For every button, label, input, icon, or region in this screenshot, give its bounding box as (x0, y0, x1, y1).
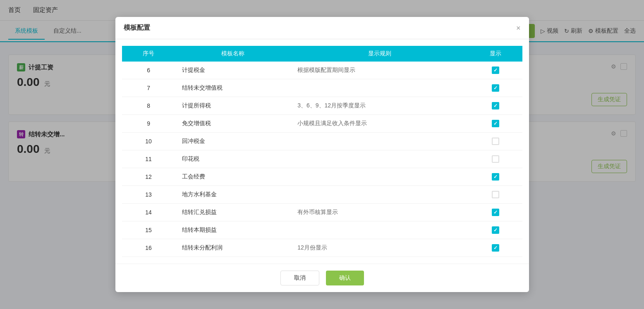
table-row: 9免交增值税小规模且满足收入条件显示 (122, 115, 522, 133)
cell-row-id: 11 (122, 150, 175, 168)
cell-row-id: 16 (122, 239, 175, 257)
cell-row-id: 8 (122, 97, 175, 115)
cell-row-name: 地方水利基金 (175, 186, 291, 204)
modal-title: 模板配置 (124, 24, 150, 32)
cell-row-name: 免交增值税 (175, 115, 291, 133)
cell-row-display (469, 97, 522, 115)
table-row: 11印花税 (122, 150, 522, 168)
checkbox-row-11[interactable] (492, 155, 499, 163)
cell-row-name: 工会经费 (175, 168, 291, 186)
checkbox-row-7[interactable] (492, 84, 499, 92)
cell-row-name: 结转未交增值税 (175, 79, 291, 97)
col-header-name: 模板名称 (175, 46, 291, 62)
checkbox-row-14[interactable] (492, 209, 499, 216)
table-row: 14结转汇兑损益有外币核算显示 (122, 204, 522, 221)
cell-row-display (469, 150, 522, 168)
modal-header: 模板配置 × (115, 17, 529, 39)
cell-row-name: 结转未分配利润 (175, 239, 291, 257)
modal-template-config: 模板配置 × 序号 模板名称 显示规则 显示 6计提税金根据模版配置期间显示7结… (115, 17, 529, 292)
cell-row-name: 印花税 (175, 150, 291, 168)
table-row: 16结转未分配利润12月份显示 (122, 239, 522, 257)
checkbox-row-12[interactable] (492, 173, 499, 181)
table-row: 6计提税金根据模版配置期间显示 (122, 62, 522, 79)
col-header-display: 显示 (469, 46, 522, 62)
table-header-row: 序号 模板名称 显示规则 显示 (122, 46, 522, 62)
cell-row-name: 回冲税金 (175, 133, 291, 150)
table-row: 13地方水利基金 (122, 186, 522, 204)
cell-row-display (469, 62, 522, 79)
cell-row-name: 结转本期损益 (175, 221, 291, 239)
col-header-id: 序号 (122, 46, 175, 62)
cell-row-name: 结转汇兑损益 (175, 204, 291, 221)
cancel-button[interactable]: 取消 (280, 271, 319, 285)
checkbox-row-15[interactable] (492, 226, 499, 234)
cell-row-display (469, 133, 522, 150)
cell-row-rule (291, 186, 469, 204)
cell-row-rule (291, 79, 469, 97)
cell-row-name: 计提所得税 (175, 97, 291, 115)
cell-row-rule: 根据模版配置期间显示 (291, 62, 469, 79)
table-row: 7结转未交增值税 (122, 79, 522, 97)
table-row: 10回冲税金 (122, 133, 522, 150)
modal-footer: 取消 确认 (115, 264, 529, 292)
cell-row-display (469, 204, 522, 221)
modal-close-button[interactable]: × (516, 24, 521, 32)
cell-row-display (469, 115, 522, 133)
table-row: 12工会经费 (122, 168, 522, 186)
cell-row-display (469, 221, 522, 239)
cell-row-id: 15 (122, 221, 175, 239)
checkbox-row-6[interactable] (492, 67, 499, 74)
cell-row-rule (291, 168, 469, 186)
col-header-rule: 显示规则 (291, 46, 469, 62)
cell-row-id: 14 (122, 204, 175, 221)
checkbox-row-16[interactable] (492, 244, 499, 252)
table-row: 8计提所得税3、6、9、12月按季度显示 (122, 97, 522, 115)
cell-row-display (469, 79, 522, 97)
cell-row-id: 12 (122, 168, 175, 186)
checkbox-row-10[interactable] (492, 138, 499, 145)
table-row: 15结转本期损益 (122, 221, 522, 239)
cell-row-id: 9 (122, 115, 175, 133)
table-body: 6计提税金根据模版配置期间显示7结转未交增值税8计提所得税3、6、9、12月按季… (122, 62, 522, 257)
cell-row-rule: 12月份显示 (291, 239, 469, 257)
modal-overlay: 模板配置 × 序号 模板名称 显示规则 显示 6计提税金根据模版配置期间显示7结… (0, 0, 644, 309)
checkbox-row-13[interactable] (492, 191, 499, 198)
cell-row-rule: 有外币核算显示 (291, 204, 469, 221)
confirm-button[interactable]: 确认 (326, 271, 364, 285)
checkbox-row-8[interactable] (492, 102, 499, 109)
cell-row-rule: 小规模且满足收入条件显示 (291, 115, 469, 133)
cell-row-display (469, 239, 522, 257)
cell-row-id: 10 (122, 133, 175, 150)
cell-row-rule (291, 133, 469, 150)
checkbox-row-9[interactable] (492, 120, 499, 127)
cell-row-id: 6 (122, 62, 175, 79)
cell-row-id: 13 (122, 186, 175, 204)
cell-row-rule: 3、6、9、12月按季度显示 (291, 97, 469, 115)
modal-body: 序号 模板名称 显示规则 显示 6计提税金根据模版配置期间显示7结转未交增值税8… (115, 39, 529, 264)
config-table: 序号 模板名称 显示规则 显示 6计提税金根据模版配置期间显示7结转未交增值税8… (122, 46, 522, 257)
cell-row-display (469, 186, 522, 204)
cell-row-display (469, 168, 522, 186)
cell-row-rule (291, 221, 469, 239)
cell-row-id: 7 (122, 79, 175, 97)
cell-row-name: 计提税金 (175, 62, 291, 79)
cell-row-rule (291, 150, 469, 168)
